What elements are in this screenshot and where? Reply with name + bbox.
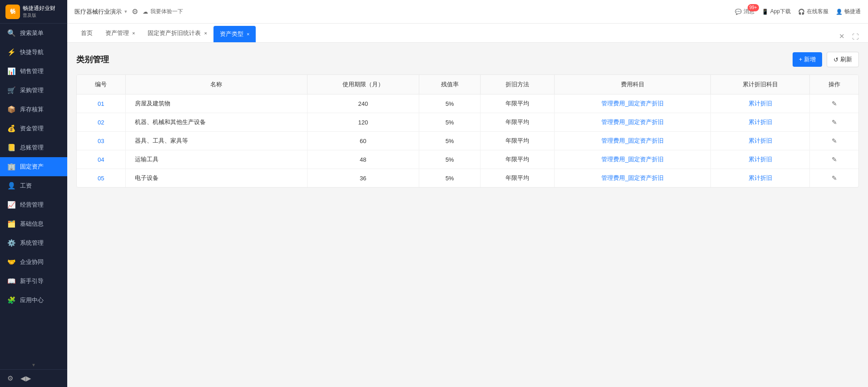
cell-r0-c5: 管理费用_固定资产折旧	[555, 94, 711, 113]
new-button[interactable]: + 新增	[793, 52, 822, 67]
settings-icon[interactable]: ⚙	[7, 374, 13, 382]
sidebar-label-0: 搜索菜单	[20, 29, 44, 37]
cell-r1-c1: 机器、机械和其他生产设备	[125, 113, 307, 132]
cell-r2-c6: 累计折旧	[711, 132, 810, 150]
tab-close-3[interactable]: ×	[247, 31, 249, 37]
tab-close-1[interactable]: ×	[132, 30, 135, 36]
app-download-btn[interactable]: 📱 App下载	[762, 8, 791, 15]
refresh-icon: ↺	[833, 56, 838, 63]
tab-label-1: 资产管理	[105, 29, 129, 37]
cell-r0-c0: 01	[77, 94, 125, 113]
sidebar-label-3: 采购管理	[20, 86, 44, 94]
cell-r2-c7[interactable]: ✎	[810, 132, 858, 150]
cell-r0-c3: 5%	[419, 94, 481, 113]
sidebar-item-工资[interactable]: 👤 工资	[0, 176, 67, 195]
cell-r2-c2: 60	[307, 132, 419, 150]
sidebar-item-新手引导[interactable]: 📖 新手引导	[0, 272, 67, 291]
sidebar-label-6: 总账管理	[20, 144, 44, 152]
company-name: 医疗器械行业演示	[74, 8, 122, 16]
sidebar-item-系统管理[interactable]: ⚙️ 系统管理	[0, 233, 67, 253]
cell-r3-c4: 年限平均	[481, 150, 555, 169]
company-selector[interactable]: 医疗器械行业演示 ▾	[74, 8, 127, 16]
sidebar-icon-0: 🔍	[7, 29, 15, 37]
service-icon: 🎧	[798, 9, 805, 15]
cell-r2-c4: 年限平均	[481, 132, 555, 150]
sidebar-item-资金管理[interactable]: 💰 资金管理	[0, 119, 67, 138]
cell-r4-c6: 累计折旧	[711, 169, 810, 188]
sidebar-label-12: 企业协同	[20, 258, 44, 266]
sidebar-item-总账管理[interactable]: 📒 总账管理	[0, 138, 67, 157]
refresh-button[interactable]: ↺ 刷新	[827, 52, 859, 67]
cell-r3-c0: 04	[77, 150, 125, 169]
sidebar-item-企业协同[interactable]: 🤝 企业协同	[0, 253, 67, 272]
experience-btn[interactable]: ☁ 我要体验一下	[143, 8, 183, 15]
topbar-right: 💬 消息 99+ 📱 App下载 🎧 在线客服 👤 畅捷通	[735, 8, 861, 15]
sidebar-menu: 🔍 搜索菜单 ⚡ 快捷导航 📊 销售管理 🛒 采购管理 📦 库存核算 💰 资金管…	[0, 24, 67, 360]
sidebar-label-14: 应用中心	[20, 296, 44, 304]
sidebar-item-基础信息[interactable]: 🗂️ 基础信息	[0, 214, 67, 233]
table-row: 04运输工具485%年限平均管理费用_固定资产折旧累计折旧✎	[77, 150, 858, 169]
tab-1[interactable]: 资产管理×	[99, 25, 141, 42]
cell-r4-c1: 电子设备	[125, 169, 307, 188]
cell-r4-c4: 年限平均	[481, 169, 555, 188]
col-header-6: 累计折旧科目	[711, 75, 810, 94]
col-header-7: 操作	[810, 75, 858, 94]
cell-r3-c7[interactable]: ✎	[810, 150, 858, 169]
sidebar-item-库存核算[interactable]: 📦 库存核算	[0, 100, 67, 119]
col-header-4: 折旧方法	[481, 75, 555, 94]
tab-close-2[interactable]: ×	[204, 30, 207, 36]
tab-close-icon[interactable]: ✕	[837, 30, 847, 42]
sidebar-label-4: 库存核算	[20, 105, 44, 114]
logo-icon: 畅	[5, 5, 20, 19]
sidebar-item-采购管理[interactable]: 🛒 采购管理	[0, 81, 67, 100]
cell-r1-c0: 02	[77, 113, 125, 132]
sidebar-icon-12: 🤝	[7, 258, 15, 266]
tab-0[interactable]: 首页	[74, 25, 99, 42]
cell-r2-c5: 管理费用_固定资产折旧	[555, 132, 711, 150]
online-service-btn[interactable]: 🎧 在线客服	[798, 8, 828, 15]
user-icon: 👤	[836, 9, 843, 15]
user-menu-btn[interactable]: 👤 畅捷通	[836, 8, 861, 15]
tab-2[interactable]: 固定资产折旧统计表×	[141, 25, 213, 42]
sidebar-item-经营管理[interactable]: 📈 经营管理	[0, 195, 67, 214]
col-header-2: 使用期限（月）	[307, 75, 419, 94]
page-title: 类别管理	[76, 54, 109, 65]
table-row: 01房屋及建筑物2405%年限平均管理费用_固定资产折旧累计折旧✎	[77, 94, 858, 113]
sidebar-bottom: ⚙ ◀▶	[0, 369, 67, 387]
download-icon: 📱	[762, 9, 769, 15]
tab-expand-icon[interactable]: ⛶	[850, 31, 861, 42]
sidebar-item-应用中心[interactable]: 🧩 应用中心	[0, 291, 67, 310]
cell-r3-c1: 运输工具	[125, 150, 307, 169]
sidebar-scroll-indicator[interactable]: ▼	[31, 362, 36, 367]
main-area: 医疗器械行业演示 ▾ ⚙ ☁ 我要体验一下 💬 消息 99+ 📱 App下载 🎧…	[67, 0, 868, 387]
cell-r4-c0: 05	[77, 169, 125, 188]
data-table: 编号名称使用期限（月）残值率折旧方法费用科目累计折旧科目操作 01房屋及建筑物2…	[76, 74, 859, 188]
cell-r4-c5: 管理费用_固定资产折旧	[555, 169, 711, 188]
message-btn[interactable]: 💬 消息 99+	[735, 8, 754, 15]
sidebar-label-9: 经营管理	[20, 201, 44, 209]
sidebar-label-10: 基础信息	[20, 220, 44, 228]
cell-r4-c7[interactable]: ✎	[810, 169, 858, 188]
cell-r0-c1: 房屋及建筑物	[125, 94, 307, 113]
collapse-icon[interactable]: ◀▶	[20, 374, 31, 382]
message-badge: 99+	[748, 4, 759, 11]
cell-r0-c7[interactable]: ✎	[810, 94, 858, 113]
sidebar-icon-11: ⚙️	[7, 239, 15, 247]
tab-3[interactable]: 资产类型×	[213, 26, 256, 42]
topbar: 医疗器械行业演示 ▾ ⚙ ☁ 我要体验一下 💬 消息 99+ 📱 App下载 🎧…	[67, 0, 868, 24]
sidebar-item-快捷导航[interactable]: ⚡ 快捷导航	[0, 43, 67, 62]
experience-icon: ☁	[143, 9, 148, 15]
tab-label-0: 首页	[81, 29, 93, 37]
sidebar-item-固定资产[interactable]: 🏢 固定资产	[0, 157, 67, 176]
col-header-3: 残值率	[419, 75, 481, 94]
cell-r1-c4: 年限平均	[481, 113, 555, 132]
table-row: 03器具、工具、家具等605%年限平均管理费用_固定资产折旧累计折旧✎	[77, 132, 858, 150]
sidebar-item-销售管理[interactable]: 📊 销售管理	[0, 62, 67, 81]
topbar-settings-icon[interactable]: ⚙	[132, 7, 138, 16]
col-header-0: 编号	[77, 75, 125, 94]
cell-r3-c2: 48	[307, 150, 419, 169]
page-header: 类别管理 + 新增 ↺ 刷新	[76, 52, 859, 67]
cell-r1-c7[interactable]: ✎	[810, 113, 858, 132]
message-icon: 💬	[735, 9, 742, 15]
sidebar-item-搜索菜单[interactable]: 🔍 搜索菜单	[0, 24, 67, 43]
